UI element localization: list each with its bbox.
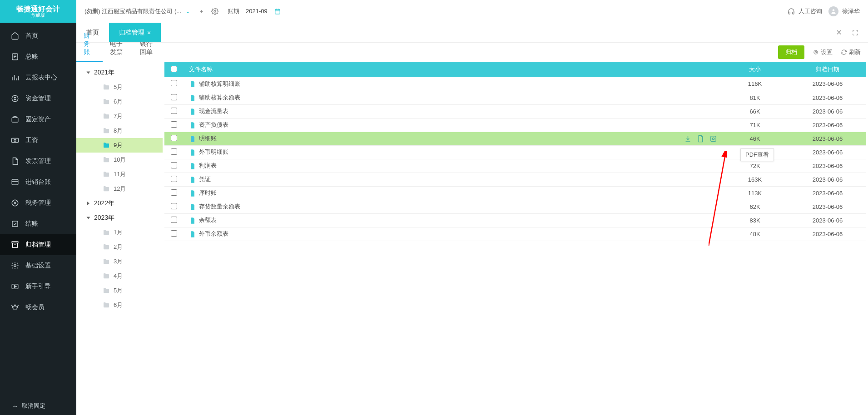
sidebar-item-home[interactable]: 首页 bbox=[0, 25, 76, 46]
gear-icon[interactable] bbox=[211, 8, 218, 15]
settings-link[interactable]: 设置 bbox=[813, 48, 833, 56]
sidebar-item-asset[interactable]: 固定资产 bbox=[0, 109, 76, 130]
add-icon[interactable]: ＋ bbox=[198, 8, 205, 15]
row-checkbox[interactable] bbox=[171, 80, 177, 86]
row-checkbox[interactable] bbox=[171, 108, 177, 114]
period-label: 账期 bbox=[228, 7, 239, 15]
tree-month[interactable]: 3月 bbox=[76, 254, 163, 269]
calendar-icon[interactable] bbox=[274, 8, 281, 15]
table-row[interactable]: 余额表 83K 2023-06-06 bbox=[164, 213, 866, 227]
table-row[interactable]: 凭证 163K 2023-06-06 bbox=[164, 173, 866, 186]
row-checkbox[interactable] bbox=[171, 176, 177, 182]
tree-month[interactable]: 5月 bbox=[76, 283, 163, 298]
col-size: 大小 bbox=[721, 62, 789, 77]
close-icon[interactable]: × bbox=[147, 29, 151, 36]
tree-month[interactable]: 7月 bbox=[76, 109, 163, 124]
svg-rect-15 bbox=[12, 221, 18, 227]
svg-point-29 bbox=[712, 138, 714, 139]
file-name: 辅助核算余额表 bbox=[199, 94, 240, 101]
tree-month[interactable]: 6月 bbox=[76, 298, 163, 312]
tree-month[interactable]: 11月 bbox=[76, 167, 163, 182]
tab-archive[interactable]: 归档管理 × bbox=[109, 23, 161, 42]
download-icon[interactable] bbox=[684, 134, 692, 143]
consult-link[interactable]: 人工咨询 bbox=[788, 7, 822, 15]
tree-month[interactable]: 6月 bbox=[76, 94, 163, 109]
sidebar-item-vip[interactable]: 畅会员 bbox=[0, 297, 76, 318]
sidebar-item-label: 发票管理 bbox=[25, 157, 51, 165]
user-menu[interactable]: 徐泽华 bbox=[828, 6, 860, 16]
sidebar-item-ledger[interactable]: 总账 bbox=[0, 46, 76, 67]
tree-month[interactable]: 8月 bbox=[76, 124, 163, 138]
file-size: 71K bbox=[721, 118, 789, 132]
archive-button[interactable]: 归档 bbox=[778, 45, 804, 59]
tab-home[interactable]: 首页 bbox=[76, 23, 109, 42]
sidebar-item-label: 畅会员 bbox=[25, 303, 45, 311]
sidebar-unpin[interactable]: ↔ 取消固定 bbox=[0, 397, 76, 415]
sidebar-item-fund[interactable]: 资金管理 bbox=[0, 88, 76, 109]
row-checkbox[interactable] bbox=[171, 189, 177, 196]
table-row[interactable]: 辅助核算明细账 116K 2023-06-06 bbox=[164, 77, 866, 91]
sidebar-item-archive[interactable]: 归档管理 bbox=[0, 234, 76, 255]
select-all-checkbox[interactable] bbox=[171, 66, 177, 72]
sidebar-item-label: 资金管理 bbox=[25, 94, 51, 103]
sidebar-item-inout[interactable]: 进销台账 bbox=[0, 172, 76, 193]
sidebar-item-label: 云报表中心 bbox=[25, 74, 57, 82]
refresh-link[interactable]: 刷新 bbox=[841, 48, 861, 56]
file-name: 外币余额表 bbox=[199, 230, 228, 237]
row-checkbox[interactable] bbox=[171, 162, 177, 168]
tree-month[interactable]: 2月 bbox=[76, 240, 163, 254]
row-checkbox[interactable] bbox=[171, 135, 177, 141]
row-checkbox[interactable] bbox=[171, 230, 177, 237]
tree-month[interactable]: 1月 bbox=[76, 225, 163, 240]
chevron-down-icon: ⌄ bbox=[184, 8, 191, 15]
fullscreen-icon[interactable] bbox=[847, 23, 863, 42]
asset-icon bbox=[11, 115, 19, 124]
tree-month[interactable]: 12月 bbox=[76, 182, 163, 196]
folder-icon bbox=[103, 258, 110, 265]
tree-year[interactable]: 2022年 bbox=[76, 196, 163, 211]
sidebar-item-label: 结账 bbox=[25, 220, 38, 228]
pdf-icon[interactable] bbox=[696, 134, 704, 143]
file-date: 2023-06-06 bbox=[789, 145, 866, 159]
row-checkbox[interactable] bbox=[171, 203, 177, 209]
file-icon bbox=[189, 122, 196, 129]
sidebar-unpin-label: 取消固定 bbox=[22, 402, 45, 410]
table-row[interactable]: 外币余额表 48K 2023-06-06 bbox=[164, 227, 866, 241]
sidebar-item-salary[interactable]: 工资 bbox=[0, 130, 76, 151]
sidebar-item-invoice[interactable]: 发票管理 bbox=[0, 151, 76, 172]
file-size: 81K bbox=[721, 91, 789, 104]
tree-month[interactable]: 5月 bbox=[76, 80, 163, 94]
company-selector[interactable]: (勿删) 江西服宝精品有限责任公司 (... ⌄ bbox=[84, 7, 191, 15]
row-checkbox[interactable] bbox=[171, 94, 177, 100]
table-row[interactable]: 现金流量表 66K 2023-06-06 bbox=[164, 104, 866, 118]
sidebar-item-setting[interactable]: 基础设置 bbox=[0, 255, 76, 276]
file-date: 2023-06-06 bbox=[789, 118, 866, 132]
tree-month[interactable]: 4月 bbox=[76, 269, 163, 283]
row-checkbox[interactable] bbox=[171, 148, 177, 155]
caret-icon bbox=[87, 202, 89, 205]
table-row[interactable]: 辅助核算余额表 81K 2023-06-06 bbox=[164, 91, 866, 104]
table-row[interactable]: 存货数量余额表 62K 2023-06-06 bbox=[164, 200, 866, 213]
headset-icon bbox=[788, 8, 795, 15]
tree-month[interactable]: 9月 bbox=[76, 138, 163, 153]
svg-rect-10 bbox=[12, 138, 19, 143]
table-row[interactable]: 明细账 46K 2023-06-06 bbox=[164, 132, 866, 145]
sidebar-item-chart[interactable]: 云报表中心 bbox=[0, 67, 76, 88]
sidebar-item-tax[interactable]: 税务管理 bbox=[0, 193, 76, 213]
table-row[interactable]: 序时账 113K 2023-06-06 bbox=[164, 186, 866, 200]
sidebar-item-close[interactable]: 结账 bbox=[0, 213, 76, 234]
sidebar-item-label: 总账 bbox=[25, 53, 38, 61]
row-checkbox[interactable] bbox=[171, 217, 177, 223]
pdf-view-icon[interactable] bbox=[709, 134, 717, 143]
row-checkbox[interactable] bbox=[171, 121, 177, 128]
period-value[interactable]: 2021-09 bbox=[246, 8, 268, 15]
file-size: 46K bbox=[721, 132, 789, 145]
sidebar-item-guide[interactable]: 新手引导 bbox=[0, 276, 76, 297]
tree-month[interactable]: 10月 bbox=[76, 153, 163, 167]
tree-year[interactable]: 2023年 bbox=[76, 211, 163, 225]
svg-point-26 bbox=[833, 9, 835, 11]
tree-year[interactable]: 2021年 bbox=[76, 65, 163, 80]
close-button[interactable]: × bbox=[831, 23, 847, 42]
table-row[interactable]: 资产负债表 71K 2023-06-06 bbox=[164, 118, 866, 132]
folder-icon bbox=[103, 301, 110, 309]
